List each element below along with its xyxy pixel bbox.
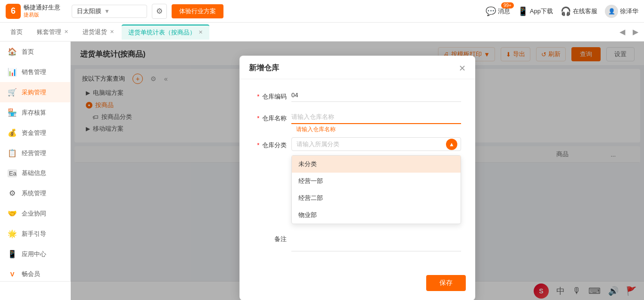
code-label: * 仓库编码: [254, 89, 291, 101]
sidebar-item-purchase-label: 采购管理: [22, 88, 46, 97]
app-download-button[interactable]: 📱 App下载: [518, 6, 553, 17]
sidebar-item-basic-info[interactable]: Ea 基础信息: [0, 163, 70, 183]
tab-home-label: 首页: [10, 28, 23, 36]
online-service-button[interactable]: 🎧 在线客服: [561, 6, 597, 17]
app-sub: 捷易版: [24, 11, 60, 18]
form-row-code: * 仓库编码: [254, 89, 461, 102]
messages-button[interactable]: 💬 99+ 消息: [486, 6, 510, 17]
message-badge: 99+: [501, 2, 514, 8]
tab-prev-icon[interactable]: ◀: [618, 25, 627, 38]
sidebar-item-finance[interactable]: 💰 资金管理: [0, 123, 70, 143]
chevron-down-icon: ▼: [104, 8, 110, 15]
sidebar-item-operations[interactable]: 📋 经营管理: [0, 143, 70, 163]
name-label: * 仓库名称: [254, 110, 291, 123]
content-area: 进货单统计(按商品) 🖨 按模板打印 ▼ ⬇ 导出 ↺ 刷新 查询 设置: [71, 42, 644, 300]
app-download-label: App下载: [530, 7, 553, 16]
remark-label: 备注: [254, 231, 291, 243]
store-selector[interactable]: 日太阳膜 ▼: [72, 5, 147, 18]
category-label: * 仓库分类: [254, 137, 291, 150]
form-row-category: * 仓库分类 ▲ 未分类 经营一部 经营二部 物业部: [254, 137, 461, 151]
tab-bar: 首页 账套管理 ✕ 进货退货 ✕ 进货单统计表（按商品） ✕ ◀ ▶: [0, 23, 644, 42]
modal-close-button[interactable]: ✕: [459, 64, 466, 73]
sidebar-item-guide[interactable]: 🌟 新手引导: [0, 224, 70, 244]
close-icon[interactable]: ✕: [198, 29, 203, 35]
tab-purchase-stats-label: 进货单统计表（按商品）: [128, 28, 196, 37]
dropdown-arrow-icon[interactable]: ▲: [446, 139, 457, 150]
tab-purchase-returns-label: 进货退货: [83, 28, 107, 36]
sidebar-item-inventory-label: 库存核算: [22, 108, 46, 117]
sidebar-item-system[interactable]: ⚙ 系统管理: [0, 183, 70, 203]
top-header: 6 畅捷通好生意 捷易版 日太阳膜 ▼ ⚙ 体验行业方案 💬 99+ 消息 📱 …: [0, 0, 644, 23]
logo-area: 6 畅捷通好生意 捷易版: [6, 4, 67, 19]
header-right: 💬 99+ 消息 📱 App下载 🎧 在线客服 👤 徐泽华: [486, 5, 638, 18]
sidebar-item-inventory[interactable]: 🏪 库存核算: [0, 102, 70, 123]
sidebar-item-apps[interactable]: 📱 应用中心: [0, 244, 70, 264]
basic-info-icon: Ea: [8, 169, 17, 177]
required-star-code: *: [257, 93, 259, 100]
required-star-category: *: [257, 142, 259, 149]
settings-button[interactable]: ⚙: [152, 4, 167, 19]
sidebar-item-guide-label: 新手引导: [22, 230, 46, 238]
sidebar-item-enterprise[interactable]: 🤝 企业协同: [0, 203, 70, 224]
dropdown-item-dept1[interactable]: 经营一部: [292, 173, 461, 190]
add-warehouse-dialog: 新增仓库 ✕ * 仓库编码 *: [239, 56, 475, 300]
headset-icon: 🎧: [561, 6, 571, 17]
warehouse-name-input[interactable]: [291, 110, 461, 124]
tab-purchase-returns[interactable]: 进货退货 ✕: [76, 25, 121, 40]
sidebar-item-purchase[interactable]: 🛒 采购管理: [0, 82, 70, 102]
logo-text-block: 畅捷通好生意 捷易版: [24, 4, 60, 19]
tab-nav-right: ◀ ▶: [618, 25, 640, 38]
logo-icon: 6: [6, 4, 21, 19]
user-profile-button[interactable]: 👤 徐泽华: [605, 5, 638, 18]
dropdown-item-dept2[interactable]: 经营二部: [292, 190, 461, 207]
apps-icon: 📱: [8, 250, 17, 258]
category-dropdown-wrap: ▲ 未分类 经营一部 经营二部 物业部: [291, 137, 461, 151]
sidebar-item-finance-label: 资金管理: [22, 129, 46, 137]
trial-button[interactable]: 体验行业方案: [172, 4, 223, 18]
form-row-name: * 仓库名称 请输入仓库名称: [254, 110, 461, 124]
sidebar-item-sales-label: 销售管理: [22, 68, 46, 76]
name-label-text: 仓库名称: [262, 115, 287, 122]
sidebar-item-operations-label: 经营管理: [22, 149, 46, 158]
save-button[interactable]: 保存: [426, 275, 466, 291]
modal-overlay: 新增仓库 ✕ * 仓库编码 *: [71, 42, 644, 300]
sidebar: 🏠 首页 📊 销售管理 🛒 采购管理 🏪 库存核算 💰 资金管理 📋 经营管理 …: [0, 42, 71, 300]
operations-icon: 📋: [8, 149, 17, 158]
sidebar-item-home-label: 首页: [22, 48, 34, 56]
dropdown-item-property[interactable]: 物业部: [292, 207, 461, 224]
dropdown-item-unclassified[interactable]: 未分类: [292, 156, 461, 173]
sidebar-item-home[interactable]: 🏠 首页: [0, 42, 70, 62]
modal-body: * 仓库编码 * 仓库名称 请输入仓库名称: [239, 79, 475, 269]
tab-home[interactable]: 首页: [4, 25, 29, 40]
tab-purchase-stats[interactable]: 进货单统计表（按商品） ✕: [122, 25, 209, 40]
membership-icon: V: [8, 271, 17, 278]
sidebar-item-apps-label: 应用中心: [22, 250, 46, 258]
modal-title: 新增仓库: [249, 63, 279, 73]
tab-accounts[interactable]: 账套管理 ✕: [30, 25, 75, 40]
sales-icon: 📊: [8, 67, 17, 76]
close-icon[interactable]: ✕: [64, 29, 68, 35]
sidebar-item-sales[interactable]: 📊 销售管理: [0, 62, 70, 82]
sidebar-item-membership-label: 畅会员: [22, 270, 40, 278]
purchase-icon: 🛒: [8, 88, 17, 97]
online-service-label: 在线客服: [573, 7, 597, 16]
main-layout: 🏠 首页 📊 销售管理 🛒 采购管理 🏪 库存核算 💰 资金管理 📋 经营管理 …: [0, 42, 644, 300]
category-input[interactable]: [291, 137, 461, 151]
download-icon: 📱: [518, 6, 528, 17]
sidebar-item-enterprise-label: 企业协同: [22, 209, 46, 218]
tab-next-icon[interactable]: ▶: [631, 25, 640, 38]
modal-header: 新增仓库 ✕: [239, 56, 475, 79]
inventory-icon: 🏪: [8, 108, 17, 117]
guide-icon: 🌟: [8, 229, 17, 238]
warehouse-code-input[interactable]: [291, 89, 461, 102]
system-icon: ⚙: [8, 189, 17, 198]
required-star-name: *: [257, 115, 259, 122]
close-icon[interactable]: ✕: [110, 29, 114, 35]
sidebar-item-system-label: 系统管理: [22, 189, 46, 198]
avatar: 👤: [605, 5, 618, 18]
category-dropdown-list: 未分类 经营一部 经营二部 物业部: [291, 155, 461, 224]
modal-footer: 保存: [239, 269, 475, 300]
username-label: 徐泽华: [620, 7, 638, 16]
remark-input[interactable]: [291, 231, 461, 251]
category-label-text: 仓库分类: [262, 142, 287, 149]
